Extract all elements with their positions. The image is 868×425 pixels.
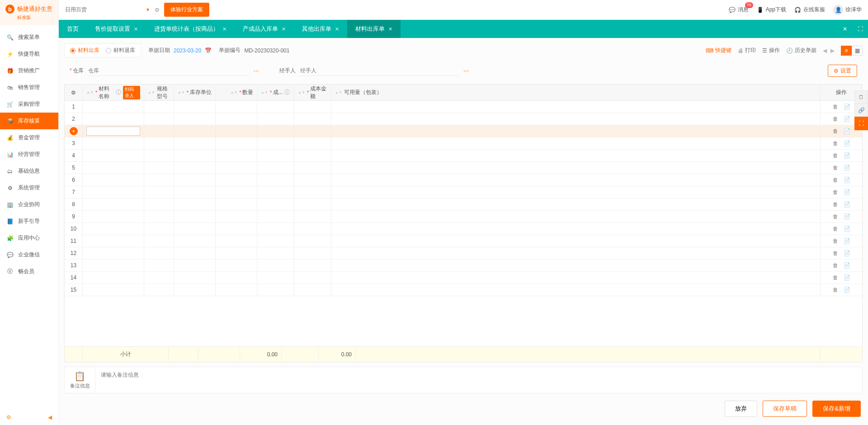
cta-button[interactable]: 体验行业方案 xyxy=(164,3,209,17)
copy-row-icon[interactable]: 📄 xyxy=(844,177,850,183)
table-row[interactable]: 6🗑📄 xyxy=(65,174,862,186)
side-tool-1[interactable]: 🗒 xyxy=(854,90,868,104)
col-available[interactable]: ▲▼可用量（包装） xyxy=(331,85,821,100)
form-settings-button[interactable]: ⚙ 设置 xyxy=(828,65,857,77)
sidebar-item-12[interactable]: 🧩应用中心 xyxy=(0,230,58,246)
table-row[interactable]: 3🗑📄 xyxy=(65,137,862,150)
table-row[interactable]: ＋🗑📄 xyxy=(65,125,862,137)
copy-row-icon[interactable]: 📄 xyxy=(844,201,850,208)
table-row[interactable]: 13🗑📄 xyxy=(65,260,862,272)
table-row[interactable]: 11🗑📄 xyxy=(65,235,862,247)
table-row[interactable]: 5🗑📄 xyxy=(65,162,862,174)
copy-row-icon[interactable]: 📄 xyxy=(844,165,850,171)
tab-close-icon[interactable]: ✕ xyxy=(388,26,392,32)
delete-row-icon[interactable]: 🗑 xyxy=(833,226,838,232)
collapse-icon[interactable]: ◀ xyxy=(48,414,52,420)
copy-row-icon[interactable]: 📄 xyxy=(844,262,850,269)
table-row[interactable]: 10🗑📄 xyxy=(65,223,862,235)
sidebar-item-4[interactable]: 🛒采购管理 xyxy=(0,96,58,113)
sidebar-item-3[interactable]: 🛍销售管理 xyxy=(0,79,58,96)
sidebar-item-5[interactable]: 📦库存核算 xyxy=(0,113,58,129)
table-row[interactable]: 1🗑📄 xyxy=(65,101,862,113)
prev-arrow[interactable]: ◀ xyxy=(823,47,827,54)
tab-0[interactable]: 首页 xyxy=(59,20,87,38)
material-input[interactable] xyxy=(86,127,140,136)
col-material[interactable]: ▲▼*材料名称ⓘ扫码录入 xyxy=(83,85,144,100)
app-download-link[interactable]: 📱 App下载 xyxy=(757,6,786,14)
copy-row-icon[interactable]: 📄 xyxy=(844,250,850,256)
radio-material-return[interactable]: 材料退库 xyxy=(106,47,135,54)
warehouse-input[interactable] xyxy=(87,66,250,76)
tab-3[interactable]: 产成品入库单✕ xyxy=(235,20,294,38)
tab-expand-button[interactable]: ⛶ xyxy=(853,20,868,38)
delete-row-icon[interactable]: 🗑 xyxy=(833,274,838,281)
delete-row-icon[interactable]: 🗑 xyxy=(833,104,838,110)
save-new-button[interactable]: 保存&新增 xyxy=(812,401,861,417)
remark-input[interactable] xyxy=(101,372,857,378)
tab-close-icon[interactable]: ✕ xyxy=(335,26,339,32)
sidebar-item-0[interactable]: 🔍搜索菜单 xyxy=(0,29,58,46)
sidebar-item-7[interactable]: 📊经营管理 xyxy=(0,146,58,163)
copy-row-icon[interactable]: 📄 xyxy=(844,140,850,146)
tab-2[interactable]: 进货单统计表（按商品）✕ xyxy=(146,20,235,38)
delete-row-icon[interactable]: 🗑 xyxy=(833,152,838,159)
warehouse-lookup-icon[interactable]: ⋯ xyxy=(254,68,259,74)
delete-row-icon[interactable]: 🗑 xyxy=(833,287,838,293)
print-link[interactable]: 🖨 打印 xyxy=(738,47,756,54)
table-row[interactable]: 9🗑📄 xyxy=(65,211,862,223)
scan-tag[interactable]: 扫码录入 xyxy=(123,86,140,99)
copy-row-icon[interactable]: 📄 xyxy=(844,238,850,244)
sidebar-item-14[interactable]: Ⓥ畅会员 xyxy=(0,263,58,280)
copy-row-icon[interactable]: 📄 xyxy=(844,213,850,220)
delete-row-icon[interactable]: 🗑 xyxy=(833,213,838,220)
copy-row-icon[interactable]: 📄 xyxy=(844,116,850,122)
delete-row-icon[interactable]: 🗑 xyxy=(833,177,838,183)
tab-4[interactable]: 其他出库单✕ xyxy=(294,20,347,38)
delete-row-icon[interactable]: 🗑 xyxy=(833,262,838,269)
radio-material-out[interactable]: 材料出库 xyxy=(70,47,99,54)
copy-row-icon[interactable]: 📄 xyxy=(844,287,850,293)
tab-close-icon[interactable]: ✕ xyxy=(222,26,226,32)
tab-close-icon[interactable]: ✕ xyxy=(134,26,138,32)
copy-row-icon[interactable]: 📄 xyxy=(844,104,850,110)
delete-row-icon[interactable]: 🗑 xyxy=(833,189,838,195)
side-tool-2[interactable]: 🔗 xyxy=(854,104,868,117)
table-row[interactable]: 14🗑📄 xyxy=(65,272,862,284)
delete-row-icon[interactable]: 🗑 xyxy=(833,140,838,146)
sidebar-item-6[interactable]: 💰资金管理 xyxy=(0,129,58,146)
history-link[interactable]: 🕘 历史单据 xyxy=(786,47,816,54)
discard-button[interactable]: 放弃 xyxy=(725,401,757,417)
delete-row-icon[interactable]: 🗑 xyxy=(833,116,838,122)
view-list-icon[interactable]: ≡ xyxy=(841,46,852,56)
sidebar-item-9[interactable]: ⚙系统管理 xyxy=(0,179,58,196)
table-row[interactable]: 8🗑📄 xyxy=(65,198,862,211)
copy-row-icon[interactable]: 📄 xyxy=(844,274,850,281)
delete-row-icon[interactable]: 🗑 xyxy=(833,128,838,134)
table-row[interactable]: 7🗑📄 xyxy=(65,186,862,198)
messages-link[interactable]: 💬 消息 70 xyxy=(729,6,749,14)
table-row[interactable]: 15🗑📄 xyxy=(65,284,862,296)
delete-row-icon[interactable]: 🗑 xyxy=(833,238,838,244)
sidebar-item-2[interactable]: 🎁营销推广 xyxy=(0,62,58,79)
col-spec[interactable]: ▲▼规格型号 xyxy=(144,85,174,100)
copy-row-icon[interactable]: 📄 xyxy=(844,128,850,134)
tab-close-icon[interactable]: ✕ xyxy=(282,26,286,32)
sidebar-item-11[interactable]: 📘新手引导 xyxy=(0,213,58,230)
settings-gear-icon[interactable]: ⚙ xyxy=(6,414,11,420)
col-qty[interactable]: ▲▼*数量 xyxy=(216,85,257,100)
add-row-icon[interactable]: ＋ xyxy=(70,127,78,135)
sidebar-item-13[interactable]: 💬企业微信 xyxy=(0,246,58,263)
ops-link[interactable]: ☰ 操作 xyxy=(762,47,780,54)
delete-row-icon[interactable]: 🗑 xyxy=(833,201,838,208)
sidebar-item-10[interactable]: 🏢企业协同 xyxy=(0,196,58,213)
table-row[interactable]: 12🗑📄 xyxy=(65,247,862,260)
copy-row-icon[interactable]: 📄 xyxy=(844,226,850,232)
support-link[interactable]: 🎧 在线客服 xyxy=(794,6,825,14)
sidebar-item-8[interactable]: 🗂基础信息 xyxy=(0,163,58,179)
col-cost-amount[interactable]: ▲▼*成本金额 xyxy=(294,85,331,100)
handler-input[interactable] xyxy=(299,66,460,76)
col-cost[interactable]: ▲▼*成...ⓘ xyxy=(257,85,294,100)
user-menu[interactable]: 👤 徐泽华 xyxy=(833,5,862,15)
view-grid-icon[interactable]: ▦ xyxy=(852,46,863,56)
copy-row-icon[interactable]: 📄 xyxy=(844,189,850,195)
